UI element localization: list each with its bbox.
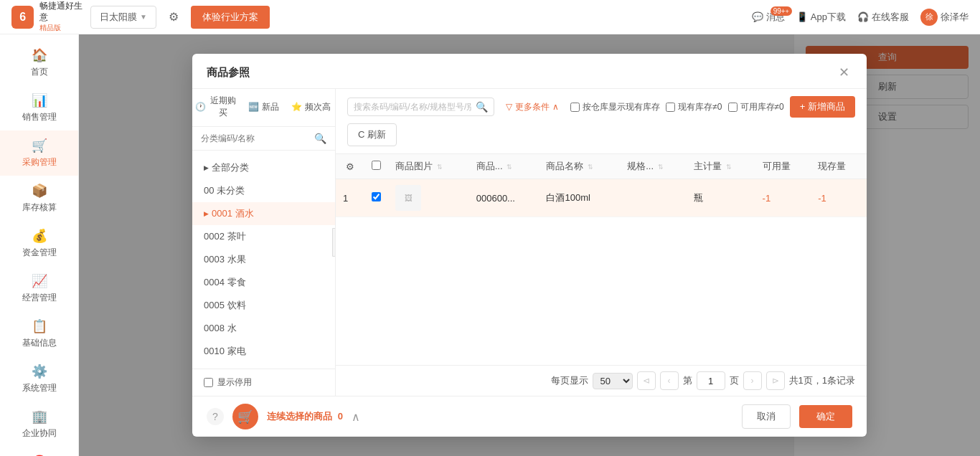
inventory-icon: 📦 bbox=[32, 183, 47, 199]
sort-icon[interactable]: ⇅ bbox=[437, 163, 443, 171]
cart-button[interactable]: 🛒 bbox=[232, 404, 258, 429]
avatar: 徐 bbox=[920, 9, 938, 26]
nav-selector[interactable]: 日太阳膜 ▼ bbox=[90, 6, 156, 29]
col-image: 商品图片 ⇅ bbox=[388, 154, 469, 179]
sidebar-item-operations[interactable]: 📈 经营管理 bbox=[0, 266, 78, 311]
category-item-0008[interactable]: 0008 水 bbox=[192, 317, 335, 340]
col-image-label: 商品图片 bbox=[395, 161, 433, 171]
filter-warehouse-checkbox[interactable] bbox=[570, 103, 580, 112]
logo-area: 6 畅捷通好生意 精品版 bbox=[11, 1, 90, 33]
arrow-right-icon: ▶ bbox=[204, 210, 209, 217]
sort-icon[interactable]: ⇅ bbox=[507, 163, 512, 171]
app-icon: 📱 bbox=[796, 11, 808, 22]
brand-info: 畅捷通好生意 精品版 bbox=[39, 1, 90, 33]
row-select-checkbox[interactable] bbox=[372, 192, 381, 201]
filter-button[interactable]: ▽ 更多条件 ∧ bbox=[500, 98, 565, 116]
last-page-button[interactable]: ⊳ bbox=[766, 371, 785, 390]
collapse-footer-button[interactable]: ∧ bbox=[352, 410, 360, 424]
basic-icon: 📋 bbox=[32, 318, 47, 334]
category-panel: 🕐 近期购买 🆕 新品 ⭐ 频次高 bbox=[192, 89, 336, 396]
message-badge: 99++ bbox=[771, 6, 792, 16]
row-stock: -1 bbox=[811, 179, 867, 217]
category-item-00[interactable]: 00 未分类 bbox=[192, 179, 335, 202]
recent-tab[interactable]: 🕐 近期购买 bbox=[192, 89, 240, 126]
add-product-button[interactable]: + 新增商品 bbox=[790, 96, 855, 118]
filter-available-stock: 可用库存≠0 bbox=[728, 101, 784, 113]
sort-icon[interactable]: ⇅ bbox=[588, 163, 593, 171]
sidebar-item-home[interactable]: 🏠 首页 bbox=[0, 40, 78, 85]
app-download-btn[interactable]: 📱 App下载 bbox=[796, 11, 846, 24]
cancel-button[interactable]: 取消 bbox=[742, 404, 791, 429]
product-table: ⚙ 商品图片 ⇅ bbox=[336, 154, 867, 217]
next-page-button[interactable]: › bbox=[743, 371, 762, 390]
confirm-button[interactable]: 确定 bbox=[799, 405, 852, 428]
prev-page-button[interactable]: ‹ bbox=[660, 371, 679, 390]
select-all-checkbox[interactable] bbox=[372, 161, 381, 170]
show-disabled-checkbox[interactable] bbox=[204, 378, 213, 387]
search-icon[interactable]: 🔍 bbox=[476, 101, 488, 113]
filter-current-stock-checkbox[interactable] bbox=[666, 103, 675, 112]
operations-icon: 📈 bbox=[32, 273, 47, 289]
gear-icon[interactable]: ⚙ bbox=[346, 161, 354, 172]
sidebar-item-purchase[interactable]: 🛒 采购管理 bbox=[0, 130, 78, 176]
col-gear: ⚙ bbox=[336, 154, 364, 179]
pagination: 每页显示 50 100 200 ⊲ ‹ 第 页 › bbox=[336, 365, 867, 396]
sidebar-item-enterprise[interactable]: 🏢 企业协同 bbox=[0, 402, 78, 447]
sidebar-item-finance[interactable]: 💰 资金管理 bbox=[0, 221, 78, 266]
category-search-input[interactable] bbox=[201, 133, 310, 143]
category-item-0001[interactable]: ▶ 0001 酒水 bbox=[192, 202, 335, 225]
product-search-input[interactable] bbox=[354, 102, 471, 112]
category-item-0005[interactable]: 0005 饮料 bbox=[192, 294, 335, 317]
show-disabled-area: 显示停用 bbox=[192, 369, 335, 396]
product-reference-modal: 商品参照 ✕ 🕐 近期购买 🆕 bbox=[192, 54, 867, 437]
page-input[interactable] bbox=[697, 371, 725, 390]
category-item-0010[interactable]: 0010 家电 bbox=[192, 340, 335, 363]
col-unit-label: 主计量 bbox=[694, 161, 722, 171]
sidebar-item-system[interactable]: ⚙️ 系统管理 bbox=[0, 356, 78, 402]
filter-available-stock-checkbox[interactable] bbox=[728, 103, 738, 112]
help-button[interactable]: ? bbox=[207, 408, 224, 425]
sidebar-item-guide[interactable]: 🎯 新手引导 bbox=[0, 447, 78, 456]
search-icon[interactable]: 🔍 bbox=[314, 133, 326, 144]
row-checkbox bbox=[364, 179, 388, 217]
user-btn[interactable]: 徐 徐泽华 bbox=[920, 9, 969, 26]
category-tabs: 🕐 近期购买 🆕 新品 ⭐ 频次高 bbox=[192, 89, 335, 127]
col-code: 商品... ⇅ bbox=[469, 154, 540, 179]
headset-icon: 🎧 bbox=[857, 11, 869, 22]
message-icon: 💬 bbox=[752, 11, 763, 22]
image-placeholder: 🖼 bbox=[405, 194, 413, 202]
sort-icon[interactable]: ⇅ bbox=[726, 163, 732, 171]
refresh-button[interactable]: C 刷新 bbox=[347, 123, 397, 146]
category-item-0002[interactable]: 0002 茶叶 bbox=[192, 225, 335, 248]
frequent-tab[interactable]: ⭐ 频次高 bbox=[288, 89, 335, 126]
sidebar-item-sales[interactable]: 📊 销售管理 bbox=[0, 85, 78, 130]
chevron-up-icon: ∧ bbox=[552, 102, 559, 112]
recent-icon: 🕐 bbox=[195, 102, 206, 112]
online-service-btn[interactable]: 🎧 在线客服 bbox=[857, 11, 909, 24]
trial-button[interactable]: 体验行业方案 bbox=[191, 6, 270, 29]
settings-icon[interactable]: ⚙ bbox=[162, 6, 185, 29]
category-item-0003[interactable]: 0003 水果 bbox=[192, 248, 335, 271]
new-tab[interactable]: 🆕 新品 bbox=[240, 89, 287, 126]
chevron-down-icon: ▼ bbox=[140, 13, 147, 21]
category-item-0004[interactable]: 0004 零食 bbox=[192, 271, 335, 294]
per-page-select[interactable]: 50 100 200 bbox=[593, 373, 633, 389]
modal-title: 商品参照 bbox=[207, 66, 250, 80]
first-page-button[interactable]: ⊲ bbox=[637, 371, 656, 390]
product-thumbnail: 🖼 bbox=[395, 185, 421, 211]
category-item-all[interactable]: ▶ 全部分类 bbox=[192, 156, 335, 179]
total-info: 共1页，1条记录 bbox=[789, 374, 855, 387]
table-row[interactable]: 1 🖼 bbox=[336, 179, 867, 217]
arrow-right-icon: ▶ bbox=[204, 164, 209, 171]
sidebar-item-inventory[interactable]: 📦 库存核算 bbox=[0, 176, 78, 221]
modal-footer: ? 🛒 连续选择的商品 0 ∧ 取消 确定 bbox=[192, 396, 867, 437]
sort-icon[interactable]: ⇅ bbox=[658, 163, 664, 171]
messages-btn[interactable]: 💬 消息 99++ bbox=[752, 11, 785, 24]
enterprise-icon: 🏢 bbox=[32, 409, 47, 424]
top-nav: 6 畅捷通好生意 精品版 日太阳膜 ▼ ⚙ 体验行业方案 💬 消息 99++ 📱… bbox=[0, 0, 980, 34]
filter-current-stock: 现有库存≠0 bbox=[666, 101, 722, 113]
row-code: 000600... bbox=[469, 179, 540, 217]
sidebar-item-basic[interactable]: 📋 基础信息 bbox=[0, 311, 78, 356]
per-page-label: 每页显示 bbox=[551, 374, 588, 387]
close-button[interactable]: ✕ bbox=[835, 64, 852, 81]
